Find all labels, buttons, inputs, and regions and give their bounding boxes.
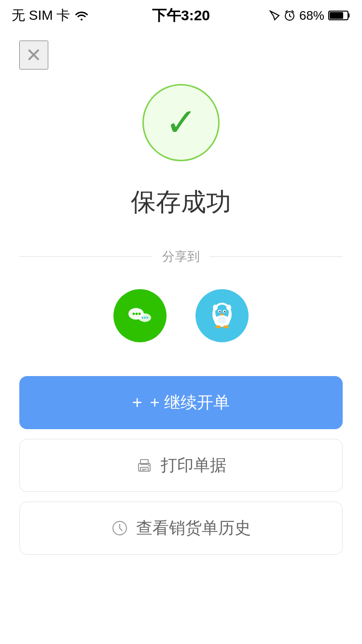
qq-share-button[interactable] xyxy=(195,289,249,342)
close-button[interactable]: ✕ xyxy=(19,41,48,70)
print-icon xyxy=(136,457,153,474)
divider-line-left xyxy=(19,256,153,257)
continue-order-label: + 继续开单 xyxy=(150,392,230,414)
checkmark-icon: ✓ xyxy=(165,103,197,142)
share-label: 分享到 xyxy=(162,248,200,265)
svg-point-19 xyxy=(218,316,226,324)
status-bar: 无 SIM 卡 下午3:20 68% xyxy=(0,0,362,31)
svg-point-6 xyxy=(136,313,138,315)
svg-point-8 xyxy=(141,317,143,319)
svg-point-15 xyxy=(219,311,221,312)
no-sim-label: 无 SIM 卡 xyxy=(12,6,70,25)
plus-icon: + xyxy=(132,392,142,413)
wechat-icon xyxy=(125,300,155,331)
svg-point-16 xyxy=(224,311,225,312)
svg-point-21 xyxy=(223,325,229,328)
print-label: 打印单据 xyxy=(161,454,226,476)
location-icon xyxy=(269,10,280,21)
view-history-button[interactable]: 查看销货单历史 xyxy=(19,502,343,555)
battery-label: 68% xyxy=(299,8,324,23)
share-divider: 分享到 xyxy=(19,248,343,265)
wechat-share-button[interactable] xyxy=(113,289,167,342)
close-icon: ✕ xyxy=(26,45,42,65)
success-title: 保存成功 xyxy=(131,185,231,219)
history-label: 查看销货单历史 xyxy=(136,517,251,539)
svg-point-22 xyxy=(213,305,218,310)
status-time: 下午3:20 xyxy=(152,6,210,26)
svg-rect-2 xyxy=(330,12,343,19)
history-icon xyxy=(111,519,128,537)
svg-rect-27 xyxy=(142,469,147,470)
qq-icon xyxy=(207,299,237,333)
svg-point-7 xyxy=(139,313,141,315)
wifi-icon xyxy=(75,10,88,21)
svg-point-9 xyxy=(144,317,146,319)
success-circle: ✓ xyxy=(142,84,220,161)
action-buttons: + + 继续开单 打印单据 查看销货单历史 xyxy=(19,376,343,555)
status-left: 无 SIM 卡 xyxy=(12,6,88,25)
battery-icon xyxy=(328,10,350,21)
svg-point-20 xyxy=(215,325,221,328)
svg-point-10 xyxy=(146,317,148,319)
alarm-icon xyxy=(284,10,295,21)
status-right: 68% xyxy=(269,8,350,23)
svg-point-5 xyxy=(133,313,135,315)
share-icons xyxy=(113,289,249,342)
divider-line-right xyxy=(209,256,343,257)
svg-rect-28 xyxy=(142,470,145,471)
main-content: ✕ ✓ 保存成功 分享到 xyxy=(0,31,362,555)
continue-order-button[interactable]: + + 继续开单 xyxy=(19,376,343,429)
svg-point-23 xyxy=(226,305,231,310)
print-button[interactable]: 打印单据 xyxy=(19,439,343,492)
svg-point-29 xyxy=(148,465,150,466)
